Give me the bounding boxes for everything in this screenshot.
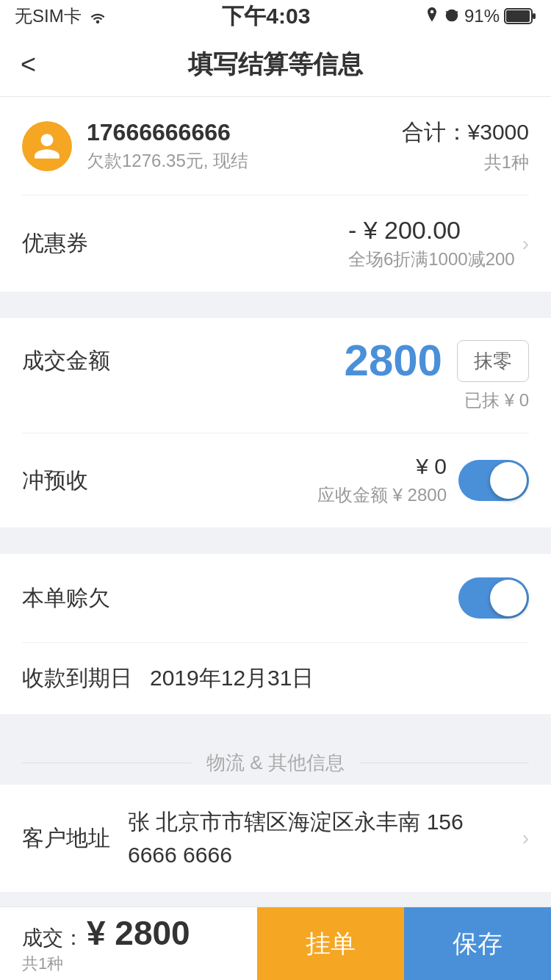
- prepay-values: ¥ 0 应收金额 ¥ 2800: [317, 454, 447, 507]
- customer-right: 合计：¥3000 共1种: [402, 118, 529, 174]
- wifi-icon: [87, 9, 108, 24]
- customer-section: 17666666666 欠款1276.35元, 现结 合计：¥3000 共1种 …: [0, 97, 551, 292]
- status-left: 无SIM卡: [15, 4, 108, 28]
- customer-phone: 17666666666: [87, 119, 248, 146]
- debt-toggle[interactable]: [458, 577, 529, 619]
- save-button[interactable]: 保存: [404, 907, 551, 980]
- nav-bar: < 填写结算等信息: [0, 32, 551, 97]
- coupon-label: 优惠券: [22, 228, 88, 259]
- svg-rect-2: [533, 13, 536, 19]
- prepay-right: ¥ 0 应收金额 ¥ 2800: [317, 454, 529, 507]
- page-title: 填写结算等信息: [188, 48, 363, 82]
- coupon-chevron-icon: ›: [522, 232, 529, 256]
- coupon-info: - ¥ 200.00 全场6折满1000减200: [348, 216, 515, 271]
- gray-separator-1: [0, 303, 551, 318]
- logistics-line-left: [22, 763, 192, 763]
- prepay-value: ¥ 0: [416, 454, 447, 479]
- logistics-line-right: [359, 763, 529, 763]
- round-button[interactable]: 抹零: [457, 340, 529, 382]
- bottom-amount: ¥ 2800: [87, 913, 190, 953]
- duedate-row: 收款到期日 2019年12月31日: [0, 643, 551, 714]
- bottom-info: 成交： ¥ 2800 共1种: [0, 907, 257, 980]
- address-label: 客户地址: [22, 824, 110, 854]
- transaction-section: 成交金额 2800 抹零 已抹 ¥ 0 冲预收 ¥ 0 应收金额 ¥ 2800: [0, 318, 551, 527]
- status-right: 91%: [425, 6, 536, 26]
- prepay-row: 冲预收 ¥ 0 应收金额 ¥ 2800: [0, 433, 551, 527]
- gray-separator-2: [0, 539, 551, 554]
- coupon-description: 全场6折满1000减200: [348, 248, 515, 271]
- transaction-value: 2800: [345, 339, 442, 383]
- carrier-text: 无SIM卡: [15, 4, 82, 28]
- duedate-label: 收款到期日: [22, 663, 132, 693]
- customer-info: 17666666666 欠款1276.35元, 现结: [87, 119, 248, 173]
- back-button[interactable]: <: [21, 49, 36, 80]
- coupon-right: - ¥ 200.00 全场6折满1000减200 ›: [348, 216, 529, 271]
- customer-total: 合计：¥3000: [402, 118, 529, 148]
- alarm-icon: [444, 8, 460, 24]
- debt-row: 本单赊欠: [0, 554, 551, 642]
- gray-separator-3: [0, 726, 551, 741]
- address-section: 客户地址 张 北京市市辖区海淀区永丰南 156 6666 6666 ›: [0, 785, 551, 892]
- customer-count: 共1种: [402, 151, 529, 174]
- coupon-row[interactable]: 优惠券 - ¥ 200.00 全场6折满1000减200 ›: [0, 195, 551, 292]
- battery-text: 91%: [464, 6, 500, 26]
- amount-section: 成交金额 2800 抹零 已抹 ¥ 0: [0, 318, 551, 433]
- address-chevron-icon: ›: [522, 826, 529, 850]
- status-bar: 无SIM卡 下午4:03 91%: [0, 0, 551, 32]
- avatar-icon: [32, 131, 62, 162]
- battery-icon: [504, 8, 536, 24]
- amount-right: 2800 抹零: [345, 339, 529, 383]
- bottom-bar: 成交： ¥ 2800 共1种 挂单 保存: [0, 907, 551, 980]
- hang-button[interactable]: 挂单: [257, 907, 404, 980]
- status-time: 下午4:03: [222, 1, 310, 32]
- coupon-amount: - ¥ 200.00: [348, 216, 515, 245]
- prepay-toggle[interactable]: [458, 460, 529, 501]
- customer-debt: 欠款1276.35元, 现结: [87, 149, 248, 173]
- amount-row: 成交金额 2800 抹零: [22, 339, 529, 383]
- location-icon: [425, 7, 439, 25]
- customer-avatar: [22, 121, 72, 171]
- logistics-separator: 物流 & 其他信息: [0, 741, 551, 785]
- amount-label: 成交金额: [22, 346, 110, 376]
- svg-rect-1: [506, 10, 530, 22]
- address-value: 张 北京市市辖区海淀区永丰南 156 6666 6666: [128, 805, 515, 871]
- duedate-value: 2019年12月31日: [150, 663, 314, 693]
- prepay-label: 冲预收: [22, 466, 88, 496]
- bottom-deal-label: 成交：: [22, 924, 84, 952]
- customer-row: 17666666666 欠款1276.35元, 现结 合计：¥3000 共1种: [0, 97, 551, 195]
- customer-left: 17666666666 欠款1276.35元, 现结: [22, 119, 248, 173]
- debt-section: 本单赊欠 收款到期日 2019年12月31日: [0, 554, 551, 714]
- debt-label: 本单赊欠: [22, 583, 110, 613]
- bottom-count: 共1种: [22, 953, 235, 975]
- logistics-text: 物流 & 其他信息: [192, 750, 359, 776]
- prepay-sub: 应收金额 ¥ 2800: [317, 483, 447, 507]
- address-row[interactable]: 客户地址 张 北京市市辖区海淀区永丰南 156 6666 6666 ›: [0, 785, 551, 892]
- amount-sub-text: 已抹 ¥ 0: [22, 389, 529, 412]
